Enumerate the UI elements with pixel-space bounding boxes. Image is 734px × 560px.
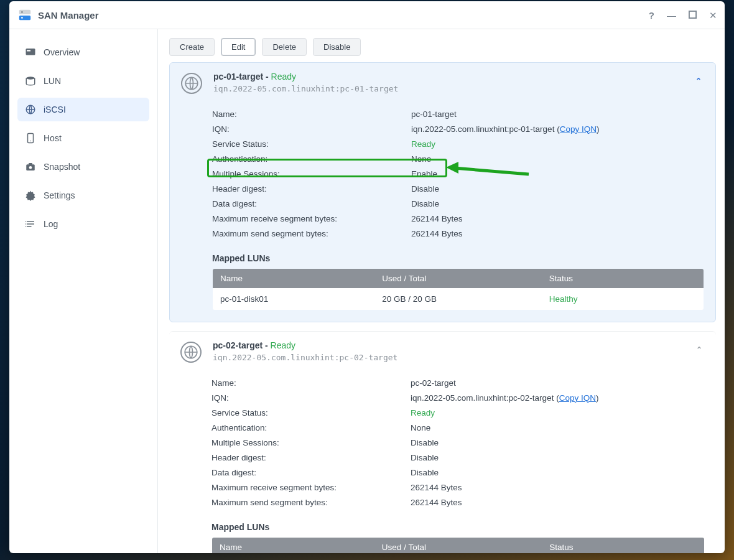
svg-point-10 xyxy=(30,141,31,142)
value-data-digest: Disable xyxy=(411,199,704,208)
table-row[interactable]: pc-01-disk01 20 GB / 20 GB Healthy xyxy=(213,288,704,310)
mapped-luns-table: Name Used / Total Status pc-02-disk01 20… xyxy=(211,537,705,553)
label-max-send: Maximum send segment bytes: xyxy=(212,229,411,238)
label-service: Service Status: xyxy=(211,408,411,418)
help-icon[interactable]: ? xyxy=(649,11,654,20)
target-iqn-subtitle: iqn.2022-05.com.linuxhint:pc-01-target xyxy=(213,84,684,93)
col-used: Used / Total xyxy=(374,538,542,554)
edit-button[interactable]: Edit xyxy=(221,38,256,56)
maximize-icon[interactable] xyxy=(689,11,697,20)
sidebar-item-label: iSCSI xyxy=(44,105,66,114)
value-iqn: iqn.2022-05.com.linuxhint:pc-02-target (… xyxy=(411,393,705,403)
sidebar-item-label: Log xyxy=(44,219,58,229)
label-max-send: Maximum send segment bytes: xyxy=(211,498,411,507)
sidebar-item-settings[interactable]: Settings xyxy=(17,184,149,207)
copy-iqn-link[interactable]: Copy IQN xyxy=(560,124,597,134)
mapped-luns-title: Mapped LUNs xyxy=(212,253,704,263)
copy-iqn-link[interactable]: Copy IQN xyxy=(559,393,596,403)
target-name: pc-02-target xyxy=(213,340,262,350)
label-max-recv: Maximum receive segment bytes: xyxy=(212,214,411,223)
host-icon xyxy=(25,133,36,144)
globe-icon xyxy=(181,73,202,94)
chevron-up-icon[interactable]: ⌃ xyxy=(696,345,702,354)
window-controls: ? — ✕ xyxy=(649,11,717,20)
label-iqn: IQN: xyxy=(212,124,411,134)
svg-rect-17 xyxy=(27,226,32,227)
value-name: pc-02-target xyxy=(411,378,705,388)
target-status: Ready xyxy=(271,340,295,350)
detail-grid: Name:pc-01-target IQN: iqn.2022-05.com.l… xyxy=(212,106,704,241)
target-status: Ready xyxy=(271,72,296,82)
app-window: SAN Manager ? — ✕ Overview LUN xyxy=(9,1,725,553)
lun-icon xyxy=(25,75,36,86)
col-name: Name xyxy=(213,269,375,289)
col-status: Status xyxy=(542,538,704,554)
value-auth: None xyxy=(411,154,704,164)
target-name: pc-01-target xyxy=(213,72,263,82)
sidebar-item-label: LUN xyxy=(44,76,61,86)
svg-rect-1 xyxy=(19,16,30,20)
sidebar-item-label: Host xyxy=(44,133,62,143)
mapped-luns-title: Mapped LUNs xyxy=(211,522,705,532)
value-max-send: 262144 Bytes xyxy=(411,498,705,507)
iscsi-icon xyxy=(25,104,36,115)
panel-title: pc-01-target - Ready xyxy=(213,72,684,82)
log-icon xyxy=(25,218,36,230)
value-data-digest: Disable xyxy=(411,468,705,477)
label-service: Service Status: xyxy=(212,139,411,149)
value-multi-sessions: Enable xyxy=(411,169,704,179)
svg-rect-15 xyxy=(27,222,34,223)
sidebar-item-log[interactable]: Log xyxy=(17,212,149,236)
value-max-send: 262144 Bytes xyxy=(411,229,704,238)
panel-header[interactable]: pc-02-target - Ready iqn.2022-05.com.lin… xyxy=(180,340,705,363)
value-multi-sessions: Disable xyxy=(411,438,705,447)
col-name: Name xyxy=(212,538,374,554)
lun-status: Healthy xyxy=(542,288,704,310)
label-name: Name: xyxy=(212,110,411,119)
label-name: Name: xyxy=(211,378,411,388)
col-status: Status xyxy=(542,269,704,289)
sidebar-item-label: Settings xyxy=(44,190,75,200)
sidebar-item-snapshot[interactable]: Snapshot xyxy=(17,155,149,179)
value-auth: None xyxy=(411,423,705,432)
app-icon xyxy=(18,8,32,22)
value-header-digest: Disable xyxy=(411,184,704,194)
target-panel-pc-02: pc-02-target - Ready iqn.2022-05.com.lin… xyxy=(169,331,716,553)
delete-button[interactable]: Delete xyxy=(262,38,307,56)
toolbar: Create Edit Delete Disable xyxy=(169,38,716,56)
svg-point-18 xyxy=(26,222,27,223)
titlebar: SAN Manager ? — ✕ xyxy=(9,1,725,29)
minimize-icon[interactable]: — xyxy=(667,11,676,20)
value-service: Ready xyxy=(411,139,704,149)
svg-point-3 xyxy=(21,17,23,19)
panel-header[interactable]: pc-01-target - Ready iqn.2022-05.com.lin… xyxy=(181,72,704,94)
detail-grid: Name:pc-02-target IQN: iqn.2022-05.com.l… xyxy=(211,375,705,510)
create-button[interactable]: Create xyxy=(169,38,215,56)
disable-button[interactable]: Disable xyxy=(313,38,361,56)
label-multi-sessions: Multiple Sessions: xyxy=(212,169,411,179)
sidebar-item-lun[interactable]: LUN xyxy=(17,69,149,93)
svg-point-12 xyxy=(29,166,32,169)
chevron-up-icon[interactable]: ⌃ xyxy=(695,77,702,85)
body: Overview LUN iSCSI Host xyxy=(9,29,725,553)
target-panel-pc-01: pc-01-target - Ready iqn.2022-05.com.lin… xyxy=(169,62,716,322)
mapped-luns-table: Name Used / Total Status pc-01-disk01 20… xyxy=(212,268,704,310)
label-data-digest: Data digest: xyxy=(211,468,411,477)
sidebar-item-host[interactable]: Host xyxy=(17,126,149,150)
sidebar-item-label: Snapshot xyxy=(44,162,80,172)
settings-icon xyxy=(25,190,36,201)
app-title: SAN Manager xyxy=(38,10,649,21)
label-header-digest: Header digest: xyxy=(212,184,411,194)
overview-icon xyxy=(25,47,36,58)
label-max-recv: Maximum receive segment bytes: xyxy=(211,483,411,492)
target-iqn-subtitle: iqn.2022-05.com.linuxhint:pc-02-target xyxy=(213,353,685,362)
svg-rect-5 xyxy=(26,49,35,55)
value-name: pc-01-target xyxy=(411,110,704,119)
sidebar-item-overview[interactable]: Overview xyxy=(17,40,149,64)
svg-point-20 xyxy=(26,226,27,227)
sidebar-item-iscsi[interactable]: iSCSI xyxy=(17,98,149,121)
close-icon[interactable]: ✕ xyxy=(709,11,717,20)
svg-rect-16 xyxy=(27,223,34,225)
lun-name: pc-01-disk01 xyxy=(213,288,375,310)
label-header-digest: Header digest: xyxy=(211,453,411,462)
